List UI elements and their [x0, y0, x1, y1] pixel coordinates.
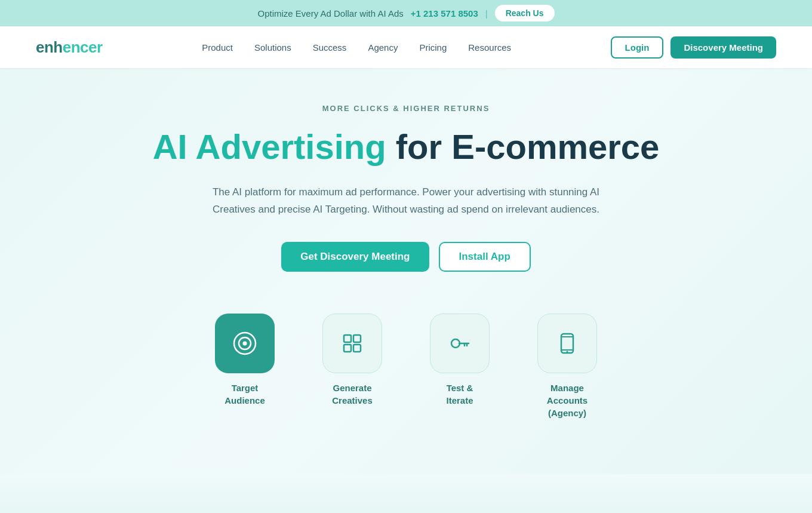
header-discovery-meeting-button[interactable]: Discovery Meeting: [670, 36, 776, 59]
divider: |: [485, 8, 488, 19]
test-iterate-label: Test &Iterate: [446, 382, 473, 407]
nav-item-success[interactable]: Success: [313, 42, 347, 53]
svg-rect-3: [344, 335, 351, 342]
phone-icon: [553, 330, 581, 357]
generate-creatives-label: GenerateCreatives: [332, 382, 373, 407]
target-audience-icon-wrap: [215, 314, 275, 373]
hero-section: MORE CLICKS & HIGHER RETURNS AI Advertis…: [0, 68, 812, 474]
generate-creatives-icon-wrap: [322, 314, 382, 373]
phone-number[interactable]: +1 213 571 8503: [411, 8, 478, 19]
feature-manage-accounts: ManageAccounts (Agency): [531, 314, 603, 419]
nav-item-pricing[interactable]: Pricing: [419, 42, 447, 53]
get-discovery-meeting-button[interactable]: Get Discovery Meeting: [281, 242, 429, 272]
nav-item-agency[interactable]: Agency: [368, 42, 398, 53]
reach-us-button[interactable]: Reach Us: [495, 5, 555, 21]
nav-item-resources[interactable]: Resources: [468, 42, 511, 53]
manage-accounts-icon-wrap: [537, 314, 597, 373]
svg-rect-6: [353, 345, 361, 352]
login-button[interactable]: Login: [611, 36, 664, 59]
target-audience-label: TargetAudience: [224, 382, 265, 407]
nav-item-solutions[interactable]: Solutions: [254, 42, 291, 53]
svg-rect-5: [344, 345, 351, 352]
svg-rect-4: [353, 335, 361, 342]
hero-title-highlight: AI Advertising: [153, 127, 386, 166]
test-iterate-icon-wrap: [430, 314, 490, 373]
feature-generate-creatives: GenerateCreatives: [316, 314, 388, 407]
install-app-button[interactable]: Install App: [439, 242, 531, 272]
hero-subtitle: The AI platform for maximum ad performan…: [197, 184, 615, 219]
hero-buttons: Get Discovery Meeting Install App: [12, 242, 800, 272]
feature-target-audience: TargetAudience: [209, 314, 281, 407]
key-icon: [446, 330, 473, 357]
grid-icon: [339, 330, 366, 357]
svg-point-14: [567, 351, 568, 353]
header: enhencer Product Solutions Success Agenc…: [0, 26, 812, 68]
nav-item-product[interactable]: Product: [202, 42, 233, 53]
target-icon: [231, 330, 259, 357]
manage-accounts-label: ManageAccounts (Agency): [531, 382, 603, 419]
header-actions: Login Discovery Meeting: [611, 36, 776, 59]
feature-test-iterate: Test &Iterate: [424, 314, 496, 407]
features-row: TargetAudience GenerateCreatives: [12, 314, 800, 419]
hero-title-rest: for E-commerce: [386, 127, 660, 166]
announcement-text: Optimize Every Ad Dollar with AI Ads: [257, 8, 403, 19]
main-nav: Product Solutions Success Agency Pricing…: [202, 42, 511, 53]
svg-point-2: [243, 342, 247, 346]
hero-eyebrow: MORE CLICKS & HIGHER RETURNS: [12, 104, 800, 113]
hero-title: AI Advertising for E-commerce: [12, 127, 800, 167]
announcement-bar: Optimize Every Ad Dollar with AI Ads +1 …: [0, 0, 812, 26]
bottom-area: [0, 474, 812, 513]
logo-text: enhencer: [36, 38, 103, 57]
logo[interactable]: enhencer: [36, 38, 103, 57]
